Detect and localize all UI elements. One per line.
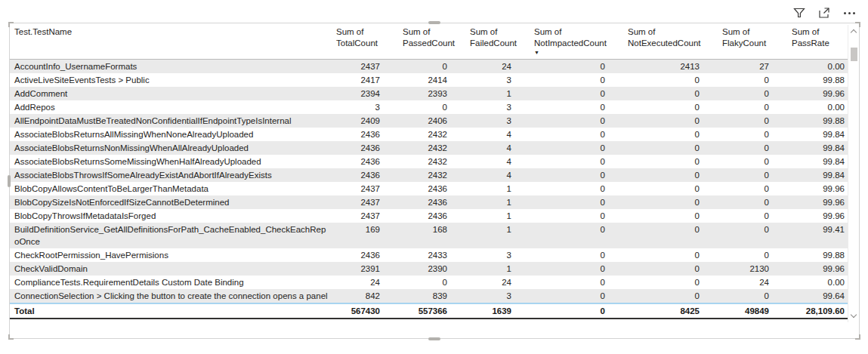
cell-not_executed_count: 0: [625, 276, 719, 289]
table-row[interactable]: CheckValidDomain23912390100213099.96: [10, 262, 848, 276]
table-row[interactable]: AssociateBlobsReturnsAllMissingWhenNoneA…: [10, 128, 848, 141]
cell-test-name: AssociateBlobsReturnsSomeMissingWhenHalf…: [10, 155, 333, 168]
total-label: Total: [10, 303, 333, 319]
column-header-failed_count[interactable]: Sum ofFailedCount: [467, 23, 531, 59]
cell-test-name: CheckRootPermission_HavePermisions: [10, 248, 333, 262]
cell-flaky_count: 0: [719, 195, 789, 209]
resize-handle-left[interactable]: [8, 175, 11, 187]
cell-test-name: ComplianceTests.RequirementDetails Custo…: [10, 276, 333, 289]
table-row[interactable]: ActiveLiveSiteEventsTests > Public241724…: [10, 73, 848, 87]
table-row[interactable]: AddComment23942393100099.96: [10, 87, 848, 100]
table-row[interactable]: ComplianceTests.RequirementDetails Custo…: [10, 276, 848, 289]
filter-funnel-glyph: [793, 7, 805, 19]
cell-failed_count: 4: [467, 168, 531, 182]
column-header-label: Sum of: [534, 26, 622, 38]
column-header-pass_rate[interactable]: Sum ofPassRate: [789, 23, 848, 59]
column-header-total_count[interactable]: Sum ofTotalCount: [333, 23, 400, 59]
cell-not_impacted_count: 0: [531, 155, 625, 168]
table-row[interactable]: BlobCopySizeIsNotEnforcedIfSizeCannotBeD…: [10, 195, 848, 209]
focus-mode-glyph: [818, 7, 830, 19]
filter-icon[interactable]: [792, 6, 806, 20]
cell-failed_count: 3: [467, 73, 531, 87]
table-visual[interactable]: Test.TestNameSum ofTotalCountSum ofPasse…: [9, 23, 860, 339]
cell-test-name: AccountInfo_UsernameFormats: [10, 59, 333, 73]
resize-handle-bottom[interactable]: [428, 337, 440, 340]
cell-passed_count: 2433: [400, 248, 467, 262]
column-header-flaky_count[interactable]: Sum ofFlakyCount: [719, 23, 789, 59]
cell-total_count: 2437: [333, 182, 400, 195]
cell-total_count: 169: [333, 223, 400, 248]
table-body: AccountInfo_UsernameFormats2437024024132…: [10, 59, 848, 303]
table-row[interactable]: BlobCopyAllowsContentToBeLargerThanMetad…: [10, 182, 848, 195]
cell-flaky_count: 0: [719, 209, 789, 223]
cell-test-name: AssociateBlobsReturnsAllMissingWhenNoneA…: [10, 128, 333, 141]
cell-pass_rate: 99.84: [789, 128, 848, 141]
cell-test-name: ActiveLiveSiteEventsTests > Public: [10, 73, 333, 87]
cell-pass_rate: 0.00: [789, 59, 848, 73]
cell-not_impacted_count: 0: [531, 141, 625, 155]
cell-test-name: ConnectionSelection > Clicking the butto…: [10, 289, 333, 303]
column-header-not_impacted_count[interactable]: Sum ofNotImpactedCount▼: [531, 23, 625, 59]
cell-failed_count: 3: [467, 114, 531, 128]
column-header-label: Sum of: [336, 26, 397, 38]
cell-not_executed_count: 0: [625, 73, 719, 87]
cell-passed_count: 2432: [400, 168, 467, 182]
cell-failed_count: 1: [467, 223, 531, 248]
table-row[interactable]: ConnectionSelection > Clicking the butto…: [10, 289, 848, 303]
cell-flaky_count: 0: [719, 182, 789, 195]
resize-handle-bottom-right[interactable]: [855, 334, 860, 340]
column-header-label: Sum of: [792, 26, 845, 38]
table-row[interactable]: AssociateBlobsThrowsIfSomeAlreadyExistAn…: [10, 168, 848, 182]
cell-test-name: AddRepos: [10, 100, 333, 114]
cell-total_count: 2409: [333, 114, 400, 128]
focus-mode-icon[interactable]: [817, 6, 831, 20]
cell-passed_count: 2390: [400, 262, 467, 276]
cell-flaky_count: 0: [719, 155, 789, 168]
cell-pass_rate: 99.96: [789, 87, 848, 100]
column-header-label: PassRate: [792, 38, 845, 49]
cell-not_impacted_count: 0: [531, 209, 625, 223]
column-header-not_executed_count[interactable]: Sum ofNotExecutedCount: [625, 23, 719, 59]
table-row[interactable]: BlobCopyThrowsIfMetadataIsForged24372436…: [10, 209, 848, 223]
resize-handle-top-right[interactable]: [855, 22, 860, 27]
scroll-down-icon[interactable]: [851, 312, 857, 318]
cell-test-name: BlobCopyThrowsIfMetadataIsForged: [10, 209, 333, 223]
total-passed_count: 557366: [400, 303, 467, 319]
scroll-up-icon[interactable]: [851, 29, 857, 35]
scrollbar-thumb[interactable]: [851, 48, 857, 61]
column-header-passed_count[interactable]: Sum ofPassedCount: [400, 23, 467, 59]
cell-failed_count: 3: [467, 289, 531, 303]
column-header-label: FailedCount: [470, 38, 528, 49]
cell-not_impacted_count: 0: [531, 262, 625, 276]
table-row[interactable]: AccountInfo_UsernameFormats2437024024132…: [10, 59, 848, 73]
cell-not_impacted_count: 0: [531, 100, 625, 114]
cell-pass_rate: 0.00: [789, 100, 848, 114]
total-not_executed_count: 8425: [625, 303, 719, 319]
cell-failed_count: 1: [467, 195, 531, 209]
table-row[interactable]: AssociateBlobsReturnsSomeMissingWhenHalf…: [10, 155, 848, 168]
cell-test-name: AllEndpointDataMustBeTreatedNonConfident…: [10, 114, 333, 128]
column-header-label: Test.TestName: [14, 26, 330, 38]
cell-not_executed_count: 0: [625, 128, 719, 141]
column-header-label: Sum of: [722, 26, 786, 38]
cell-failed_count: 1: [467, 87, 531, 100]
column-header-label: FlakyCount: [722, 38, 786, 49]
cell-pass_rate: 0.00: [789, 276, 848, 289]
table-row[interactable]: AddRepos3030000.00: [10, 100, 848, 114]
cell-not_executed_count: 0: [625, 248, 719, 262]
resize-handle-bottom-left[interactable]: [8, 334, 14, 340]
table-row[interactable]: BuildDefinitionService_GetAllDefinitions…: [10, 223, 848, 248]
table-row[interactable]: CheckRootPermission_HavePermisions243624…: [10, 248, 848, 262]
total-row[interactable]: Total5674305573661639084254984928,109.60: [10, 303, 848, 319]
cell-flaky_count: 0: [719, 128, 789, 141]
column-header-test_name[interactable]: Test.TestName: [10, 23, 333, 59]
table-row[interactable]: AllEndpointDataMustBeTreatedNonConfident…: [10, 114, 848, 128]
resize-handle-top-left[interactable]: [8, 22, 14, 27]
more-options-icon[interactable]: [842, 6, 856, 20]
resize-handle-top[interactable]: [428, 21, 440, 24]
vertical-scrollbar[interactable]: [848, 25, 859, 322]
cell-not_executed_count: 0: [625, 209, 719, 223]
cell-passed_count: 0: [400, 100, 467, 114]
cell-passed_count: 2436: [400, 195, 467, 209]
table-row[interactable]: AssociateBlobsReturnsNonMissingWhenAllAl…: [10, 141, 848, 155]
